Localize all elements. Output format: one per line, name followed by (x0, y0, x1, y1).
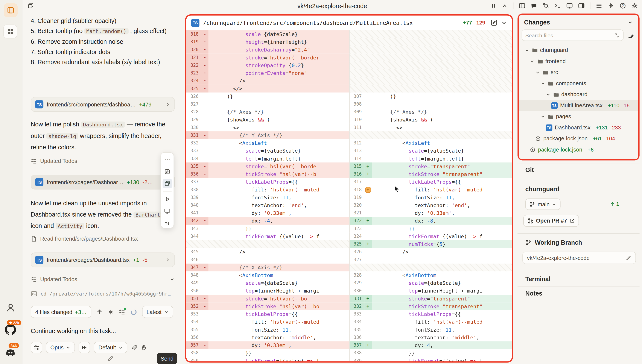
model-dropdown[interactable]: Opus (46, 342, 75, 353)
commits-ahead: 1 (610, 201, 619, 207)
git-branch-icon (529, 201, 535, 207)
tree-folder-components[interactable]: components (519, 78, 638, 89)
attach-button[interactable] (131, 344, 137, 351)
diff-empty-region (349, 131, 512, 139)
chat-panel: 4. Cleaner grid (subtler opacity)5. Bett… (23, 12, 183, 364)
view-toggle-button[interactable] (490, 19, 497, 26)
edit-message-button[interactable] (162, 167, 172, 176)
collapse-changes-button[interactable] (627, 20, 633, 25)
tree-folder-dashboard[interactable]: dashboard (519, 89, 638, 100)
tree-file-Dashboard.tsx[interactable]: TSDashboard.tsx+131-233 (519, 122, 638, 133)
dashboard-grid-button[interactable] (3, 24, 17, 38)
todos-status-button[interactable] (119, 309, 125, 315)
file-chip-dashboard-page[interactable]: TS frontend/src/pages/Dashboar… +130 -2… (31, 175, 175, 190)
collapse-git-button[interactable] (632, 166, 642, 172)
chevron-down-icon (66, 345, 71, 350)
edit-branch-button[interactable] (626, 255, 631, 261)
chevron-down-icon[interactable] (169, 277, 175, 282)
file-chip-dashboard-page-2[interactable]: TS frontend/src/pages/Dashboard.tsx +1 -… (31, 252, 175, 268)
app-logo-button[interactable] (4, 3, 18, 17)
tree-folder-pages[interactable]: pages (519, 111, 638, 122)
chat-input[interactable]: Continue working on this task... (31, 328, 175, 334)
layout-icon (7, 7, 14, 14)
git-more-button[interactable] (627, 207, 642, 213)
expand-terminal-button[interactable] (626, 288, 642, 294)
version-dropdown[interactable]: Latest (142, 306, 173, 318)
settings-button[interactable] (631, 2, 638, 9)
diff-file-path: /churnguard/frontend/src/components/dash… (203, 20, 459, 26)
copy-message-button[interactable] (162, 179, 172, 188)
hand-button[interactable] (141, 344, 147, 351)
mode-dropdown[interactable]: Default (94, 342, 127, 353)
folder-icon (532, 47, 538, 53)
diff-row: 357- dy: '0.33em',337+ dy: 4, (186, 341, 512, 349)
toggle-left-panel-button[interactable] (519, 2, 525, 9)
diff-view-button[interactable] (543, 2, 549, 9)
diff-row: 347- {/* X Axis */} (186, 264, 512, 271)
file-chip-dashboard-component[interactable]: TS frontend/src/components/dashboa… +479 (31, 97, 175, 112)
diff-line: 338 }} (349, 349, 512, 357)
preview-button[interactable] (566, 2, 573, 9)
folder-icon (548, 80, 553, 86)
add-comment-button[interactable]: + (365, 187, 371, 193)
collapse-button[interactable] (502, 2, 508, 9)
chat-view-button[interactable] (530, 2, 537, 9)
tree-folder-frontend[interactable]: frontend (519, 56, 638, 66)
tree-file-MultiLineArea.tsx[interactable]: TSMultiLineArea.tsx+110-16… (519, 100, 638, 111)
updated-todos-row-2[interactable]: Updated Todos (31, 276, 175, 282)
collapse-tree-button[interactable] (614, 32, 620, 38)
inline-code: Activity (56, 223, 84, 229)
fast-forward-button[interactable] (79, 342, 90, 353)
menu-button[interactable] (596, 2, 602, 9)
run-button[interactable] (162, 194, 172, 204)
read-file-row[interactable]: Read frontend/src/pages/Dashboard.tsx (31, 236, 175, 242)
github-link[interactable] (5, 324, 16, 335)
scroll-to-top-button[interactable] (96, 309, 103, 315)
open-terminal-button[interactable] (162, 206, 172, 216)
diff-line: 339 fontSize: 11, (186, 194, 349, 201)
branch-dropdown[interactable]: main (525, 198, 561, 210)
continue-button[interactable] (608, 2, 614, 9)
diff-row: 329 {showAxis && (310 {showAxis && ( (186, 116, 512, 124)
open-pr-button[interactable]: Open PR #7 (523, 215, 579, 227)
asterisk-icon[interactable] (108, 309, 114, 315)
terminal-command-row[interactable]: cd /private/var/folders/10/h7w0q46556ggr… (31, 290, 175, 297)
deletions-count: -5 (143, 257, 148, 263)
tree-file-package-lock.json[interactable]: package-lock.json+6 (519, 144, 638, 155)
tree-file-package-lock.json[interactable]: package-lock.json+61-104 (519, 133, 638, 144)
files-changed-dropdown[interactable]: 4 files changed +3… (31, 306, 91, 318)
diff-line: 322+ dx: -8, (349, 217, 512, 225)
working-branch-input[interactable]: vk/4e2a-explore-the-code (522, 252, 636, 264)
open-notes-section-button[interactable] (635, 313, 642, 318)
help-button[interactable]: ? (619, 2, 626, 9)
bird-button[interactable] (627, 31, 634, 39)
settings-gear-icon (631, 2, 638, 9)
collapse-diff-button[interactable] (501, 20, 507, 26)
diff-empty-region (186, 240, 349, 248)
more-options-button[interactable] (162, 155, 172, 164)
open-terminal-section-button[interactable] (635, 293, 642, 298)
diff-line: 332 <AxisLeft (186, 139, 349, 147)
diff-line: 330 <> (186, 124, 349, 131)
terminal-view-button[interactable] (554, 2, 561, 9)
sync-branch-button[interactable] (162, 219, 172, 228)
diff-line: 355 fontSize: 11, (186, 326, 349, 334)
diff-row: 344 tickFormat={(value) => f324 tickForm… (186, 232, 512, 240)
file-search[interactable] (521, 30, 623, 41)
tree-folder-src[interactable]: src (519, 67, 638, 78)
chevron-up-icon (502, 2, 508, 9)
options-button[interactable] (31, 342, 42, 353)
compose-button[interactable] (30, 355, 191, 362)
diff-empty-region (349, 46, 512, 54)
discord-link[interactable] (5, 347, 16, 358)
tree-folder-churnguard[interactable]: churnguard (519, 45, 638, 56)
diff-line: 321- stroke="hsl(var(--border (186, 54, 349, 62)
diff-row: 339 fontSize: 11,319 fontSize: 11, (186, 194, 512, 201)
updated-todos-row[interactable]: Updated Todos (31, 158, 175, 164)
account-button[interactable] (6, 303, 16, 313)
additions-count: +1 (133, 257, 139, 263)
toggle-right-panel-button[interactable] (578, 2, 585, 9)
search-input[interactable] (525, 32, 612, 38)
pause-button[interactable] (490, 3, 496, 8)
diff-empty-region (349, 30, 512, 38)
